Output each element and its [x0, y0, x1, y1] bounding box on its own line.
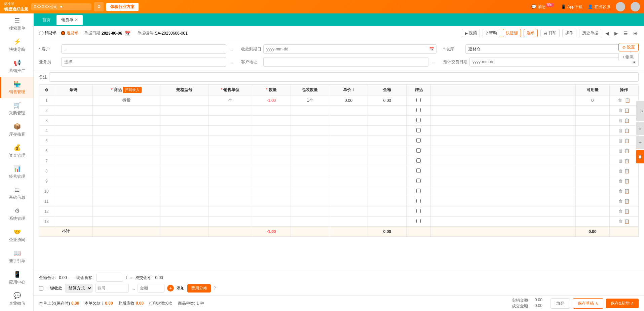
copy-btn-1[interactable]: 📋	[624, 98, 631, 103]
sidebar-item-finance[interactable]: 💰 资金管理	[0, 141, 33, 162]
salesperson-more-btn[interactable]: ...	[228, 60, 234, 64]
sidebar-item-inventory[interactable]: 📦 库存核算	[0, 119, 33, 141]
delete-btn-12[interactable]: 🗑	[618, 209, 623, 214]
logistics-btn[interactable]: + 物流	[618, 53, 639, 61]
trial-btn[interactable]: 体验行业方案	[106, 3, 139, 11]
float-btn-3[interactable]: ✏	[636, 136, 644, 149]
operations-btn[interactable]: 操作	[562, 29, 576, 37]
delete-btn-9[interactable]: 🗑	[618, 179, 623, 184]
sidebar-item-sales[interactable]: 🏪 销售管理	[0, 77, 33, 98]
grid-view-btn[interactable]: ⊞	[632, 30, 639, 37]
sidebar-item-enterprise[interactable]: 🤝 企业协同	[0, 225, 33, 246]
copy-btn-12[interactable]: 📋	[623, 209, 630, 214]
delete-btn-2[interactable]: 🗑	[618, 108, 623, 113]
collect-date-input[interactable]: 📅	[263, 44, 437, 54]
copy-btn-5[interactable]: 📋	[623, 138, 630, 143]
collect-date-text[interactable]	[264, 46, 427, 52]
copy-btn-8[interactable]: 📋	[623, 168, 630, 173]
customer-input[interactable]	[61, 44, 226, 54]
gift-checkbox-13[interactable]	[416, 219, 421, 223]
float-btn-2[interactable]: ☆	[636, 122, 644, 135]
copy-btn-3[interactable]: 📋	[623, 118, 630, 123]
one-click-payment-checkbox[interactable]	[39, 286, 43, 290]
next-btn[interactable]: ▶	[613, 30, 619, 37]
collect-date-cal-icon[interactable]: 📅	[427, 47, 436, 51]
settings-btn[interactable]: ⚙ 设置	[618, 43, 639, 51]
save-draft-btn[interactable]: 保存草稿 ∧	[573, 298, 603, 309]
gift-checkbox-3[interactable]	[416, 118, 421, 122]
expense-split-btn[interactable]: 费用分摊	[187, 284, 211, 293]
expected-date-input[interactable]: 📅	[469, 57, 639, 67]
cash-discount-input[interactable]	[96, 274, 123, 282]
address-more-btn[interactable]: ...	[430, 60, 437, 64]
delete-btn-5[interactable]: 🗑	[618, 138, 623, 143]
total-owe-info-btn[interactable]: ℹ	[102, 301, 104, 306]
sidebar-item-wechat[interactable]: 💬 企业微信	[0, 288, 33, 310]
copy-btn-11[interactable]: 📋	[623, 199, 630, 204]
customer-address-input[interactable]	[263, 57, 428, 67]
sidebar-item-basic[interactable]: 🗂 基础信息	[0, 183, 33, 204]
history-btn[interactable]: 历史单据	[579, 29, 601, 37]
payment-help-btn[interactable]: ?	[214, 286, 216, 290]
delete-btn-10[interactable]: 🗑	[618, 189, 623, 194]
sidebar-item-business[interactable]: 📊 经营管理	[0, 162, 33, 183]
payment-amount-input[interactable]	[138, 284, 164, 293]
tab-sales-order[interactable]: 销货单 ✕	[56, 15, 83, 25]
customer-more-btn[interactable]: ...	[228, 47, 234, 51]
copy-btn-2[interactable]: 📋	[623, 108, 630, 113]
gift-checkbox-10[interactable]	[416, 189, 421, 193]
gift-checkbox-2[interactable]	[416, 108, 421, 112]
message-btn[interactable]: 💬 消息 99+	[531, 4, 556, 10]
delete-btn-1[interactable]: 🗑	[617, 98, 623, 103]
online-service-btn[interactable]: 👤 在线客服	[588, 4, 610, 10]
shortcut-btn[interactable]: 快捷键	[503, 29, 521, 37]
table-config-icon[interactable]: ⚙	[45, 88, 48, 92]
select-order-btn[interactable]: 选单	[524, 29, 538, 37]
prev-btn[interactable]: ◀	[604, 30, 610, 37]
warehouse-input[interactable]	[465, 44, 631, 54]
company-selector[interactable]: XXXXXX公司 ▼	[31, 3, 91, 10]
abandon-btn[interactable]: 放弃	[551, 298, 570, 309]
avatar2[interactable]	[631, 2, 640, 11]
sidebar-item-purchase[interactable]: 🛒 采购管理	[0, 98, 33, 119]
gift-checkbox-12[interactable]	[416, 209, 421, 213]
scan-btn[interactable]: 扫码录入	[123, 87, 142, 93]
help-btn[interactable]: ? 帮助	[483, 29, 500, 37]
gift-checkbox-5[interactable]	[416, 138, 421, 143]
settings-gear-btn[interactable]: ⚙	[94, 2, 104, 11]
expected-date-text[interactable]	[470, 59, 629, 65]
sidebar-item-marketing[interactable]: 📢 营销推广	[0, 56, 33, 77]
add-payment-btn[interactable]: +	[167, 285, 174, 291]
copy-btn-7[interactable]: 📋	[623, 158, 630, 163]
gift-checkbox-8[interactable]	[416, 168, 421, 173]
delete-btn-13[interactable]: 🗑	[618, 219, 623, 224]
copy-btn-13[interactable]: 📋	[623, 219, 630, 224]
copy-btn-9[interactable]: 📋	[623, 179, 630, 184]
sidebar-item-member[interactable]: 👑 畅会员	[0, 310, 33, 311]
salesperson-input[interactable]	[61, 57, 226, 67]
remark-input[interactable]	[49, 72, 639, 82]
sidebar-item-search[interactable]: ☰ 搜索菜单	[0, 13, 33, 35]
radio-sale[interactable]: 销货单	[39, 30, 57, 36]
tab-close-btn[interactable]: ✕	[75, 17, 78, 22]
tab-home[interactable]: 首页	[38, 15, 55, 25]
sidebar-item-appstore[interactable]: 📱 应用中心	[0, 267, 33, 288]
gift-checkbox-1[interactable]	[416, 98, 421, 102]
delete-btn-7[interactable]: 🗑	[618, 158, 623, 163]
delete-btn-4[interactable]: 🗑	[618, 128, 623, 133]
video-btn[interactable]: ▶ 视频	[462, 29, 480, 37]
sidebar-item-guide[interactable]: 📖 新手引导	[0, 246, 33, 267]
gift-checkbox-6[interactable]	[416, 148, 421, 153]
app-download-btn[interactable]: 📱 App下载	[561, 4, 582, 10]
delete-btn-3[interactable]: 🗑	[618, 118, 623, 123]
float-btn-4[interactable]: 📋	[636, 150, 644, 163]
account-input[interactable]	[95, 284, 129, 293]
sidebar-item-system[interactable]: ⚙ 系统管理	[0, 204, 33, 225]
delete-btn-6[interactable]: 🗑	[618, 148, 623, 153]
delete-btn-8[interactable]: 🗑	[618, 168, 623, 173]
calc-info-btn[interactable]: ℹ	[126, 275, 127, 280]
delete-btn-11[interactable]: 🗑	[618, 199, 623, 204]
copy-btn-6[interactable]: 📋	[623, 148, 630, 153]
print-btn[interactable]: 🖨 打印	[540, 29, 560, 37]
gift-checkbox-4[interactable]	[416, 128, 421, 132]
